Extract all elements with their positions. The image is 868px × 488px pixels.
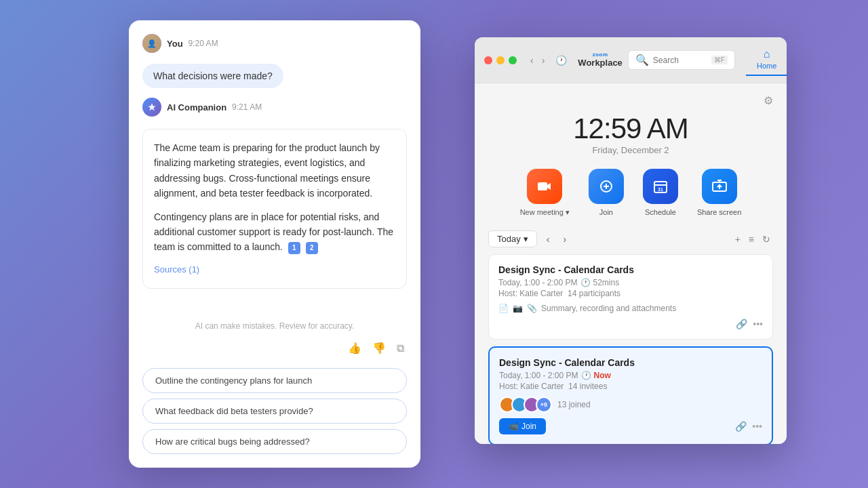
chat-messages: 👤 You 9:20 AM What decisions were made? … bbox=[129, 20, 420, 316]
meeting-2-actions: 📹 Join 🔗 ••• bbox=[499, 418, 762, 434]
thumbs-up-button[interactable]: 👍 bbox=[345, 339, 364, 357]
user-timestamp: 9:20 AM bbox=[189, 39, 218, 48]
settings-gear-icon[interactable]: ⚙ bbox=[764, 94, 773, 107]
suggestion-pill-0[interactable]: Outline the contingency plans for launch bbox=[142, 368, 407, 393]
forward-button[interactable]: › bbox=[539, 54, 548, 67]
minimize-button[interactable] bbox=[496, 56, 505, 64]
meeting-card-1: Design Sync - Calendar Cards Today, 1:00… bbox=[488, 254, 773, 340]
attach-icon: 📎 bbox=[527, 304, 537, 313]
chevron-down-icon: ▾ bbox=[524, 234, 528, 244]
citation-1[interactable]: 1 bbox=[288, 242, 300, 254]
quick-action-buttons: New meeting ▾ Join 31 bbox=[488, 169, 773, 217]
zoom-titlebar: ‹ › 🕐 zoom Workplace 🔍 ⌘F ⌂ Home ▦ Meeti… bbox=[475, 37, 787, 83]
schedule-label: Schedule bbox=[645, 208, 676, 216]
tab-home-label: Home bbox=[757, 62, 776, 70]
zoom-logo-area: zoom Workplace bbox=[578, 52, 623, 68]
user-bubble: What decisions were made? bbox=[142, 64, 283, 88]
ai-message-row: AI Companion 9:21 AM The Acme team is pr… bbox=[142, 98, 407, 289]
schedule-action[interactable]: 31 Schedule bbox=[643, 169, 678, 217]
copy-button[interactable]: ⧉ bbox=[394, 340, 407, 357]
meeting-2-host: Host: Katie Carter 14 invitees bbox=[499, 382, 762, 391]
user-avatar-img: 👤 bbox=[142, 34, 161, 53]
ai-message-box: The Acme team is preparing for the produ… bbox=[142, 129, 407, 289]
video-icon: 📹 bbox=[509, 422, 519, 431]
new-meeting-icon-btn[interactable] bbox=[527, 169, 562, 204]
now-badge: Now bbox=[594, 371, 611, 380]
clock-icon: 🕐 bbox=[580, 278, 591, 287]
meeting-1-title: Design Sync - Calendar Cards bbox=[498, 264, 763, 275]
tab-home[interactable]: ⌂ Home bbox=[746, 44, 787, 76]
clock-date: Friday, December 2 bbox=[488, 145, 773, 155]
schedule-icon-btn[interactable]: 31 bbox=[643, 169, 678, 204]
user-message-row: 👤 You 9:20 AM What decisions were made? bbox=[142, 34, 407, 88]
cal-filter-button[interactable]: ≡ bbox=[746, 232, 757, 246]
ai-header: AI Companion 9:21 AM bbox=[142, 98, 262, 117]
cal-prev-button[interactable]: ‹ bbox=[542, 232, 554, 246]
join-label: Join bbox=[599, 208, 613, 216]
search-input[interactable] bbox=[653, 56, 707, 65]
zoom-content: ⚙ 12:59 AM Friday, December 2 New meetin… bbox=[475, 83, 787, 444]
more-options-button-2[interactable]: ••• bbox=[752, 421, 762, 432]
action-bar: 👍 👎 ⧉ bbox=[129, 336, 420, 363]
clock-time: 12:59 AM bbox=[488, 113, 773, 145]
share-screen-icon-btn[interactable] bbox=[702, 169, 737, 204]
meeting-card-2: Design Sync - Calendar Cards Today, 1:00… bbox=[488, 346, 773, 444]
user-header: 👤 You 9:20 AM bbox=[142, 34, 218, 53]
cal-actions: + ≡ ↻ bbox=[732, 232, 773, 246]
link-icon-button[interactable]: 🔗 bbox=[736, 319, 747, 329]
meeting-1-time: Today, 1:00 - 2:00 PM 🕐 52mins bbox=[498, 278, 763, 287]
link-icon-button-2[interactable]: 🔗 bbox=[735, 421, 747, 432]
ai-disclaimer: AI can make mistakes. Review for accurac… bbox=[129, 316, 420, 336]
close-button[interactable] bbox=[484, 56, 492, 64]
back-button[interactable]: ‹ bbox=[528, 54, 536, 67]
share-screen-action[interactable]: Share screen bbox=[697, 169, 741, 217]
today-badge[interactable]: Today ▾ bbox=[488, 230, 537, 247]
more-options-button[interactable]: ••• bbox=[753, 319, 763, 329]
join-meeting-button[interactable]: 📹 Join bbox=[499, 418, 546, 434]
zoom-nav-tabs: ⌂ Home ▦ Meetings ✉ Mail bbox=[746, 44, 787, 76]
new-meeting-action[interactable]: New meeting ▾ bbox=[520, 169, 570, 217]
join-icon-btn[interactable] bbox=[589, 169, 624, 204]
meeting-2-title: Design Sync - Calendar Cards bbox=[499, 357, 762, 368]
thumbs-down-button[interactable]: 👎 bbox=[370, 339, 389, 357]
today-label: Today bbox=[497, 234, 521, 244]
ai-timestamp: 9:21 AM bbox=[232, 102, 262, 112]
suggestion-pill-2[interactable]: How are critical bugs being addressed? bbox=[142, 429, 407, 454]
cal-refresh-button[interactable]: ↻ bbox=[760, 232, 773, 246]
join-action[interactable]: Join bbox=[589, 169, 624, 217]
new-meeting-label: New meeting ▾ bbox=[520, 208, 570, 217]
suggestion-pill-1[interactable]: What feedback did beta testers provide? bbox=[142, 399, 407, 424]
user-name: You bbox=[167, 39, 183, 49]
ai-paragraph-2: Contingency plans are in place for poten… bbox=[154, 209, 395, 255]
ai-paragraph-1: The Acme team is preparing for the produ… bbox=[154, 140, 395, 201]
clock-icon-2: 🕐 bbox=[581, 371, 591, 380]
citation-2[interactable]: 2 bbox=[306, 242, 318, 254]
doc-icon: 📄 bbox=[498, 304, 509, 313]
sources-row[interactable]: Sources (1) bbox=[154, 263, 395, 277]
meeting-2-avatars: +9 13 joined bbox=[499, 396, 762, 413]
clock-section: 12:59 AM Friday, December 2 bbox=[488, 113, 773, 155]
cal-add-button[interactable]: + bbox=[732, 232, 743, 246]
svg-text:31: 31 bbox=[658, 187, 663, 192]
history-button[interactable]: 🕐 bbox=[553, 54, 570, 67]
search-bar[interactable]: 🔍 ⌘F bbox=[628, 50, 735, 70]
home-icon: ⌂ bbox=[764, 48, 770, 60]
meeting-1-meta: 📄 📷 📎 Summary, recording and attachments bbox=[498, 304, 763, 313]
meeting-2-icon-actions: 🔗 ••• bbox=[735, 421, 762, 432]
nav-arrows: ‹ › bbox=[528, 54, 547, 67]
ai-companion-icon bbox=[142, 98, 161, 117]
share-screen-label: Share screen bbox=[697, 208, 741, 216]
zoom-panel: ‹ › 🕐 zoom Workplace 🔍 ⌘F ⌂ Home ▦ Meeti… bbox=[475, 37, 787, 444]
avatar: 👤 bbox=[142, 34, 161, 53]
cal-next-button[interactable]: › bbox=[559, 232, 570, 246]
maximize-button[interactable] bbox=[509, 56, 517, 64]
chat-panel: 👤 You 9:20 AM What decisions were made? … bbox=[129, 20, 420, 468]
svg-rect-0 bbox=[538, 182, 547, 190]
camera-icon: 📷 bbox=[513, 304, 523, 313]
search-shortcut: ⌘F bbox=[711, 56, 728, 64]
meeting-1-actions: 🔗 ••• bbox=[498, 319, 763, 329]
avatar-more: +9 bbox=[536, 396, 552, 413]
search-icon: 🔍 bbox=[635, 54, 649, 66]
ai-name: AI Companion bbox=[167, 102, 226, 113]
meeting-1-host: Host: Katie Carter 14 participants bbox=[498, 289, 763, 298]
